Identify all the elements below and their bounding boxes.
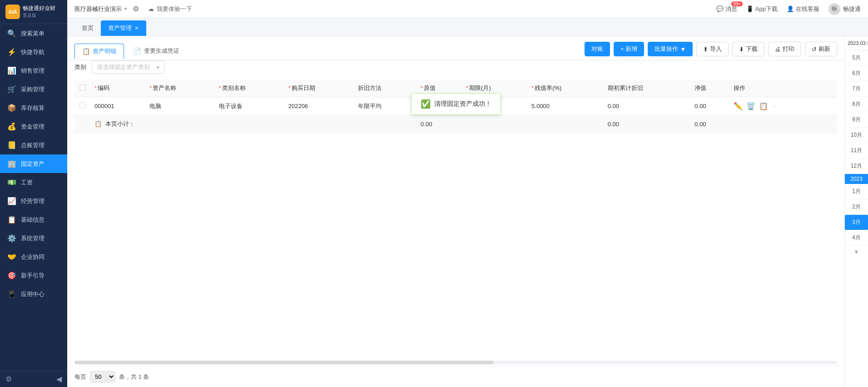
year-title: 2023.03 xyxy=(848,40,866,46)
sidebar-item-purchase[interactable]: 🛒 采购管理 xyxy=(0,80,67,99)
refresh-button[interactable]: ↺ 刷新 xyxy=(805,42,837,56)
month-10[interactable]: 10月 xyxy=(845,128,868,143)
cell-net-value: 0.00 xyxy=(691,97,730,115)
online-service-label: 在线客服 xyxy=(796,5,819,13)
import-button[interactable]: ⬆ 导入 xyxy=(696,42,729,56)
service-icon: 👤 xyxy=(787,5,794,12)
category-placeholder: 请选择固定资产类别 xyxy=(97,63,154,71)
header-checkbox[interactable] xyxy=(79,84,86,91)
sidebar-item-system[interactable]: ⚙️ 系统管理 xyxy=(0,229,67,248)
copy-icon[interactable]: 📋 xyxy=(759,102,768,110)
settings-icon[interactable]: ⚙ xyxy=(5,375,12,383)
asset-detail-icon: 📋 xyxy=(82,48,90,55)
sidebar-item-label-system: 系统管理 xyxy=(21,234,45,243)
header-initial-accumulated: 期初累计折旧 xyxy=(604,79,691,97)
sidebar-item-ledger[interactable]: 📒 总账管理 xyxy=(0,136,67,154)
year-label-2023[interactable]: 2023 xyxy=(845,174,868,184)
system-icon: ⚙️ xyxy=(7,234,16,243)
month-8[interactable]: 8月 xyxy=(845,97,868,112)
new-button[interactable]: + 新增 xyxy=(614,42,644,56)
sidebar-item-label-quick-nav: 快捷导航 xyxy=(21,48,45,56)
ledger-icon: 📒 xyxy=(7,141,16,149)
cloud-icon: ☁ xyxy=(148,5,154,12)
month-1[interactable]: 1月 xyxy=(845,184,868,199)
edit-icon[interactable]: ✏️ xyxy=(734,102,743,110)
month-12[interactable]: 12月 xyxy=(845,159,868,174)
select-arrow-icon: ▾ xyxy=(157,64,159,70)
cell-code: 000001 xyxy=(91,97,146,115)
horizontal-scrollbar[interactable] xyxy=(67,359,844,366)
sidebar-item-enterprise[interactable]: 🤝 企业协同 xyxy=(0,248,67,266)
cell-name: 电脑 xyxy=(146,97,215,115)
sidebar-item-quick-nav[interactable]: ⚡ 快捷导航 xyxy=(0,43,67,61)
collapse-icon[interactable]: ◀ xyxy=(56,375,62,383)
online-service-button[interactable]: 👤 在线客服 xyxy=(787,5,819,13)
change-voucher-icon: 📄 xyxy=(134,47,141,55)
sidebar-item-label-basic-info: 基础信息 xyxy=(21,216,45,224)
month-5[interactable]: 5月 xyxy=(845,50,868,66)
experience-label: 我要体验一下 xyxy=(157,5,192,13)
year-sidebar: 2023.03 ✕ ⤢ 5月 6月 7月 8月 9月 10月 11月 12月 2… xyxy=(844,36,868,387)
sidebar-item-payroll[interactable]: 💵 工资 xyxy=(0,173,67,192)
quick-nav-icon: ⚡ xyxy=(7,48,16,56)
month-4[interactable]: 4月 xyxy=(845,230,868,246)
sales-icon: 📊 xyxy=(7,66,16,75)
avatar: 畅 xyxy=(828,3,840,15)
sub-tab-change-voucher[interactable]: 📄 变更生成凭证 xyxy=(126,43,187,59)
filter-label: 类别 xyxy=(74,63,86,71)
month-7[interactable]: 7月 xyxy=(845,81,868,97)
guide-icon: 🎯 xyxy=(7,271,16,280)
per-page-select[interactable]: 50 10 20 100 xyxy=(90,371,115,382)
sidebar-item-label-operations: 经营管理 xyxy=(21,197,45,205)
reconcile-button[interactable]: 对账 xyxy=(585,42,610,56)
sidebar-item-capital[interactable]: 💰 资金管理 xyxy=(0,117,67,136)
header-purchase-date: *购买日期 xyxy=(285,79,354,97)
batch-label: 批量操作 xyxy=(655,45,678,53)
sub-tab-asset-detail[interactable]: 📋 资产明细 xyxy=(74,44,124,59)
more-icon[interactable]: ⋯ xyxy=(772,102,779,110)
month-9[interactable]: 9月 xyxy=(845,112,868,128)
sidebar-item-operations[interactable]: 📈 经营管理 xyxy=(0,192,67,210)
sidebar-item-app-center[interactable]: 📱 应用中心 xyxy=(0,285,67,303)
success-toast: ✅ 清理固定资产成功！ xyxy=(411,93,501,115)
download-button[interactable]: ⬇ 下载 xyxy=(732,42,764,56)
company-selector[interactable]: 医疗器械行业演示 ▾ xyxy=(74,5,127,13)
experience-button[interactable]: ☁ 我要体验一下 xyxy=(148,5,192,13)
sidebar-item-label-sales: 销售管理 xyxy=(21,67,45,75)
home-tab-label: 首页 xyxy=(82,24,94,32)
total-count-label: 条，共 1 条 xyxy=(119,373,149,381)
user-profile[interactable]: 畅 畅捷通 xyxy=(828,3,861,15)
main-panel: 📋 资产明细 📄 变更生成凭证 对账 + 新增 批量操作 ▼ ⬆ xyxy=(67,36,844,387)
category-select[interactable]: 请选择固定资产类别 ▾ xyxy=(92,60,164,74)
batch-button[interactable]: 批量操作 ▼ xyxy=(648,42,693,56)
sidebar-item-guide[interactable]: 🎯 新手引导 xyxy=(0,266,67,285)
delete-icon[interactable]: 🗑️ xyxy=(746,102,755,110)
cell-depreciation: 年限平均 xyxy=(354,97,417,115)
sidebar-item-basic-info[interactable]: 📋 基础信息 xyxy=(0,210,67,229)
notifications-button[interactable]: 💬 消息 99+ xyxy=(716,5,737,13)
batch-arrow-icon: ▼ xyxy=(680,46,686,53)
month-6[interactable]: 6月 xyxy=(845,66,868,81)
tab-asset-mgmt[interactable]: 资产管理 ✕ xyxy=(101,20,146,36)
tab-home[interactable]: 首页 xyxy=(74,20,101,36)
month-2[interactable]: 2月 xyxy=(845,199,868,215)
app-download-button[interactable]: 📱 App下载 xyxy=(746,5,778,13)
sidebar-item-inventory[interactable]: 📦 库存核算 xyxy=(0,99,67,117)
month-11[interactable]: 11月 xyxy=(845,143,868,159)
month-down-icon[interactable]: ▼ xyxy=(845,246,868,258)
row-checkbox[interactable] xyxy=(79,102,86,109)
sidebar-item-sales[interactable]: 📊 销售管理 xyxy=(0,61,67,80)
year-close-icon[interactable]: ✕ xyxy=(866,40,868,46)
tab-close-icon[interactable]: ✕ xyxy=(134,25,139,31)
month-3-current[interactable]: 3月 xyxy=(845,215,868,230)
logo-text: 畅捷通好业财 普及版 xyxy=(23,5,55,19)
header-residual-rate: *残值率(%) xyxy=(528,79,604,97)
sidebar-item-fixed-assets[interactable]: 🏢 固定资产 xyxy=(0,154,67,173)
print-button[interactable]: 🖨 打印 xyxy=(768,42,801,56)
subtotal-original-value: 0.00 xyxy=(417,115,462,133)
topbar-settings-icon[interactable]: ⚙ xyxy=(133,5,139,13)
subtotal-icon: 📋 xyxy=(94,120,102,127)
asset-mgmt-tab-label: 资产管理 xyxy=(108,24,132,32)
download-icon: ⬇ xyxy=(739,46,744,53)
sidebar-item-search[interactable]: 🔍 搜索菜单 xyxy=(0,24,67,43)
